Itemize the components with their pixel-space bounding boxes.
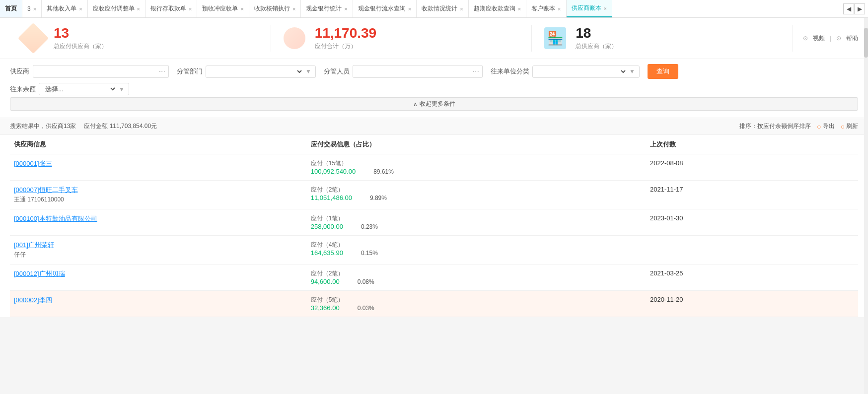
results-info-label1: 搜索结果中，供应商13家	[10, 122, 76, 131]
tx-percent: 0.03%	[348, 305, 374, 312]
last-pay-date: 2022-08-08	[650, 159, 683, 167]
close-icon[interactable]: ×	[240, 6, 243, 12]
collapse-button[interactable]: ∧ 收起更多条件	[10, 97, 858, 111]
nav-tab-cash-bank-flow[interactable]: 现金银行流水查询 ×	[353, 0, 417, 17]
store-icon	[542, 25, 569, 52]
supplier-label: 供应商	[10, 67, 30, 76]
supplier-link[interactable]: [000001]张三	[14, 160, 52, 167]
collapse-icon: ∧	[413, 101, 418, 108]
close-icon[interactable]: ×	[79, 6, 82, 12]
dept-select[interactable]	[210, 67, 303, 76]
nav-tab-bank-deposit-label: 银行存取款单	[150, 4, 186, 13]
last-pay-cell: 2022-08-08	[646, 154, 858, 181]
supplier-info-cell: [000100]本特勤油品有限公司	[10, 209, 307, 236]
nav-tab-overdue[interactable]: 超期应收款查询 ×	[469, 0, 526, 17]
last-pay-date: 2021-03-25	[650, 269, 683, 277]
close-icon[interactable]: ×	[460, 6, 463, 12]
balance-select-wrap[interactable]: 选择... ▼	[39, 83, 129, 95]
nav-tab-supplier-label: 供应商账本	[572, 4, 601, 12]
query-button[interactable]: 查询	[648, 64, 678, 79]
nav-tab-payable-adjust-label: 应收应付调整单	[93, 4, 135, 13]
tx-info-cell: 应付（5笔）32,366.000.03%	[307, 291, 646, 317]
nav-next-button[interactable]: ▶	[854, 3, 865, 14]
supplier-info-cell: [001]广州荣轩仔仔	[10, 236, 307, 264]
refresh-icon: ○	[841, 123, 845, 131]
nav-tab-home-label: 首页	[5, 4, 17, 13]
tx-amount: 164,635.90	[311, 249, 343, 257]
close-icon[interactable]: ×	[137, 6, 140, 12]
close-icon[interactable]: ×	[408, 6, 411, 12]
category-select[interactable]	[537, 67, 627, 76]
nav-tab-other-income[interactable]: 其他收入单 ×	[42, 0, 87, 17]
nav-tab-customer[interactable]: 客户账本 ×	[526, 0, 566, 17]
supplier-input-wrap[interactable]: ···	[33, 65, 169, 78]
nav-tab-cash-bank-stat[interactable]: 现金银行统计 ×	[301, 0, 353, 17]
video-link[interactable]: 视频	[813, 34, 825, 43]
nav-tab-payable-adjust[interactable]: 应收应付调整单 ×	[88, 0, 145, 17]
right-scrollbar[interactable]	[864, 18, 868, 317]
supplier-dots-icon[interactable]: ···	[159, 67, 165, 76]
col-header-supplier: 供应商信息	[10, 135, 307, 154]
balance-select[interactable]: 选择...	[43, 85, 117, 93]
payable-suppliers-label: 总应付供应商（家）	[54, 42, 107, 51]
nav-tab-3[interactable]: 3 ×	[22, 0, 42, 17]
nav-tab-home[interactable]: 首页	[0, 0, 22, 17]
tx-percent: 89.61%	[363, 168, 394, 175]
help-link[interactable]: 帮助	[846, 34, 858, 43]
dept-select-wrap[interactable]: ▼	[206, 66, 316, 78]
refresh-label: 刷新	[846, 122, 858, 131]
supplier-input[interactable]	[36, 68, 159, 75]
close-icon[interactable]: ×	[33, 6, 36, 12]
person-input[interactable]	[356, 68, 473, 75]
close-icon[interactable]: ×	[344, 6, 347, 12]
nav-tab-advance-label: 预收冲应收单	[202, 4, 238, 13]
table-row: [000007]恒旺二手叉车王通 17106110000应付（2笔）11,051…	[10, 181, 858, 209]
close-icon[interactable]: ×	[558, 6, 561, 12]
supplier-link[interactable]: [001]广州荣轩	[14, 241, 54, 249]
supplier-info-cell: [000007]恒旺二手叉车王通 17106110000	[10, 181, 307, 209]
nav-tab-supplier[interactable]: 供应商账本 ×	[567, 0, 612, 17]
nav-tab-collection-exec[interactable]: 收款核销执行 ×	[249, 0, 301, 17]
last-pay-cell: 2021-11-17	[646, 181, 858, 209]
person-input-wrap[interactable]: ···	[353, 65, 483, 78]
tx-percent: 9.89%	[360, 195, 387, 201]
tx-amount: 11,051,486.00	[311, 194, 352, 201]
grain-icon	[281, 25, 308, 52]
supplier-sub-info: 仔仔	[14, 251, 303, 259]
tx-label: 应付（2笔）	[311, 186, 642, 194]
summary-card-total-suppliers: 18 总供应商（家）	[532, 25, 793, 52]
sort-select[interactable]: 排序：按应付余额倒序排序	[739, 122, 811, 131]
category-select-wrap[interactable]: ▼	[532, 66, 640, 78]
close-icon[interactable]: ×	[518, 6, 521, 12]
nav-tab-collection-stat[interactable]: 收款情况统计 ×	[417, 0, 468, 17]
tx-amount: 258,000.00	[311, 223, 343, 230]
nav-tab-cash-bank-flow-label: 现金银行流水查询	[358, 4, 406, 13]
scrollbar-thumb[interactable]	[864, 28, 868, 58]
close-icon[interactable]: ×	[292, 6, 295, 12]
close-icon[interactable]: ×	[604, 5, 607, 11]
data-table: 供应商信息 应付交易信息（占比） 上次付数 [000001]张三应付（15笔）1…	[10, 135, 858, 317]
tx-label: 应付（4笔）	[311, 241, 642, 249]
tx-info-cell: 应付（2笔）11,051,486.009.89%	[307, 181, 646, 209]
export-icon: ○	[817, 123, 821, 131]
supplier-link[interactable]: [000100]本特勤油品有限公司	[14, 215, 97, 222]
supplier-link[interactable]: [000007]恒旺二手叉车	[14, 186, 78, 194]
person-dots-icon[interactable]: ···	[473, 67, 479, 76]
data-table-wrap: 供应商信息 应付交易信息（占比） 上次付数 [000001]张三应付（15笔）1…	[0, 135, 868, 317]
supplier-link[interactable]: [000002]李四	[14, 296, 52, 304]
export-button[interactable]: ○ 导出	[817, 122, 834, 131]
chevron-down-icon-2: ▼	[629, 68, 635, 75]
supplier-link[interactable]: [000012]广州贝瑞	[14, 270, 65, 277]
refresh-button[interactable]: ○ 刷新	[841, 122, 858, 131]
tx-percent: 0.15%	[351, 250, 378, 257]
tx-info-cell: 应付（4笔）164,635.900.15%	[307, 236, 646, 264]
tx-percent: 0.08%	[348, 278, 374, 285]
close-icon[interactable]: ×	[189, 6, 192, 12]
results-info-label2: 应付金额 111,703,854.00元	[84, 122, 157, 131]
nav-prev-button[interactable]: ◀	[843, 3, 854, 14]
nav-tab-advance[interactable]: 预收冲应收单 ×	[197, 0, 249, 17]
total-suppliers-label: 总供应商（家）	[576, 42, 617, 51]
nav-tab-bank-deposit[interactable]: 银行存取款单 ×	[145, 0, 197, 17]
table-row: [000001]张三应付（15笔）100,092,540.0089.61%202…	[10, 154, 858, 181]
tx-amount: 32,366.00	[311, 304, 340, 312]
